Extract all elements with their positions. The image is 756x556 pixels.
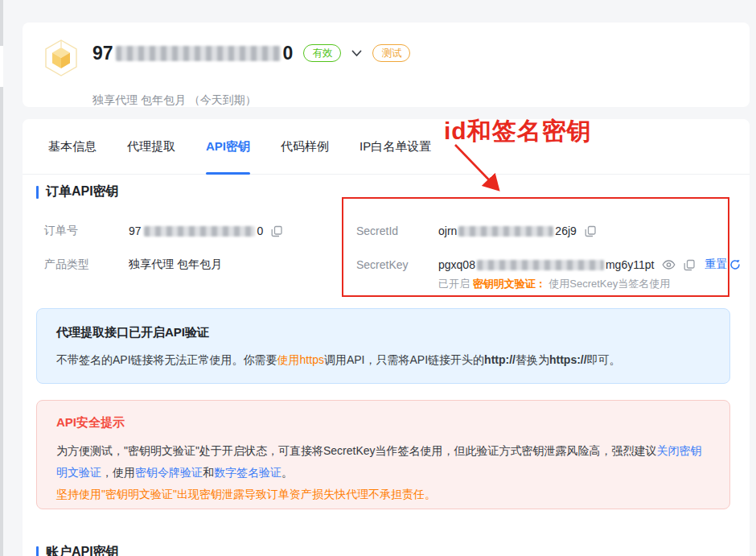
order-api-key-section-title: 订单API密钥 xyxy=(36,183,119,200)
use-https-link[interactable]: 使用https xyxy=(277,353,324,366)
product-type-row: 产品类型 独享代理 包年包月 xyxy=(44,256,222,274)
liability-disclaimer-text: 坚持使用"密钥明文验证"出现密钥泄露导致订单资产损失快代理不承担责任。 xyxy=(56,488,436,500)
order-number-row: 订单号 970 xyxy=(44,222,282,240)
api-key-panel: 基本信息 代理提取 API密钥 代码样例 IP白名单设置 订单API密钥 订单号… xyxy=(23,119,750,556)
section-title-text: 账户API密钥 xyxy=(46,544,119,556)
info-text: 调用API，只需将API链接开头的 xyxy=(324,353,484,366)
secret-id-redacted xyxy=(458,226,553,237)
secret-key-label: SecretKey xyxy=(356,258,438,271)
copy-icon[interactable] xyxy=(585,225,596,237)
annotation-arrow xyxy=(447,140,515,200)
secret-key-redacted xyxy=(477,260,604,270)
tab-basic-info[interactable]: 基本信息 xyxy=(48,119,97,175)
plain-status-suffix: 使用SecretKey当签名使用 xyxy=(546,278,671,290)
plaintext-auth-status: 已开启 密钥明文验证： 使用SecretKey当签名使用 xyxy=(438,277,670,291)
plain-status-prefix: 已开启 xyxy=(438,278,473,290)
plain-status-highlight: 密钥明文验证： xyxy=(473,278,546,290)
info-box-body: 不带签名的API链接将无法正常使用。你需要使用https调用API，只需将API… xyxy=(56,351,710,369)
secret-key-suffix: mg6y11pt xyxy=(606,258,654,271)
section-title-text: 订单API密钥 xyxy=(46,183,119,200)
status-badge: 有效 xyxy=(303,44,341,62)
order-subtitle: 独享代理 包年包月 （今天到期） xyxy=(92,93,257,108)
http-scheme-text: http:// xyxy=(484,353,516,366)
secret-id-value: ojrn26j9 xyxy=(438,224,577,237)
api-security-warning-box: API安全提示 为方便测试，"密钥明文验证"处于开启状态，可直接将SecretK… xyxy=(36,400,730,509)
key-token-auth-link[interactable]: 密钥令牌验证 xyxy=(135,466,203,479)
digital-signature-auth-link[interactable]: 数字签名验证 xyxy=(214,466,281,479)
product-cube-icon xyxy=(42,39,80,80)
warning-text: 和 xyxy=(203,466,214,479)
warning-box-body: 为方便测试，"密钥明文验证"处于开启状态，可直接将SecretKey当作签名使用… xyxy=(56,440,710,505)
reset-secret-key-button[interactable]: 重置 xyxy=(705,257,741,272)
order-number-suffix: 0 xyxy=(283,43,294,64)
https-scheme-text: https:// xyxy=(549,353,587,366)
warning-text: ，使用 xyxy=(101,466,135,479)
copy-icon[interactable] xyxy=(271,225,282,237)
info-box-title: 代理提取接口已开启API验证 xyxy=(56,325,710,340)
tab-code-samples[interactable]: 代码样例 xyxy=(281,119,329,175)
api-verify-info-box: 代理提取接口已开启API验证 不带签名的API链接将无法正常使用。你需要使用ht… xyxy=(36,308,730,384)
tab-bar: 基本信息 代理提取 API密钥 代码样例 IP白名单设置 xyxy=(23,119,750,175)
env-badge: 测试 xyxy=(372,44,410,62)
secret-id-suffix: 26j9 xyxy=(555,224,576,237)
secret-id-prefix: ojrn xyxy=(438,224,457,237)
info-text: 替换为 xyxy=(516,353,549,366)
info-text: 即可。 xyxy=(587,353,621,366)
order-number-redacted xyxy=(116,46,281,61)
secret-id-row: SecretId ojrn26j9 xyxy=(356,222,596,240)
order-number-prefix: 97 xyxy=(92,43,113,64)
tab-api-key[interactable]: API密钥 xyxy=(206,119,250,175)
secret-key-prefix: pgxq08 xyxy=(438,258,475,271)
account-api-key-section-title: 账户API密钥 xyxy=(36,544,119,556)
warning-text: 为方便测试，"密钥明文验证"处于开启状态，可直接将SecretKey当作签名使用… xyxy=(56,444,657,457)
product-type-label: 产品类型 xyxy=(44,257,129,272)
order-no-prefix: 97 xyxy=(129,224,142,237)
copy-icon[interactable] xyxy=(684,259,695,271)
order-number: 970 xyxy=(92,43,293,64)
reset-label: 重置 xyxy=(705,257,727,272)
order-no-label: 订单号 xyxy=(44,224,129,238)
secret-id-label: SecretId xyxy=(356,224,438,237)
eye-icon[interactable] xyxy=(662,260,676,270)
section-title-bar xyxy=(36,186,39,199)
section-title-bar xyxy=(36,546,39,556)
tab-ip-whitelist[interactable]: IP白名单设置 xyxy=(360,119,431,175)
warning-text: 。 xyxy=(281,466,293,479)
refresh-icon xyxy=(729,259,741,270)
order-no-suffix: 0 xyxy=(257,224,264,237)
order-header-card: 970 有效 测试 独享代理 包年包月 （今天到期） xyxy=(23,23,750,107)
left-scrollbar-track xyxy=(0,0,3,556)
tab-proxy-extract[interactable]: 代理提取 xyxy=(127,119,175,175)
order-no-value: 970 xyxy=(129,224,263,237)
order-no-redacted xyxy=(144,226,255,237)
left-scrollbar-thumb[interactable] xyxy=(0,46,3,87)
secret-key-row: SecretKey pgxq08mg6y11pt 重置 xyxy=(356,256,741,274)
info-text: 不带签名的API链接将无法正常使用。你需要 xyxy=(56,353,277,366)
secret-key-value: pgxq08mg6y11pt xyxy=(438,258,654,271)
product-type-value: 独享代理 包年包月 xyxy=(129,257,222,272)
warning-box-title: API安全提示 xyxy=(56,415,710,430)
chevron-down-icon[interactable] xyxy=(351,50,362,57)
